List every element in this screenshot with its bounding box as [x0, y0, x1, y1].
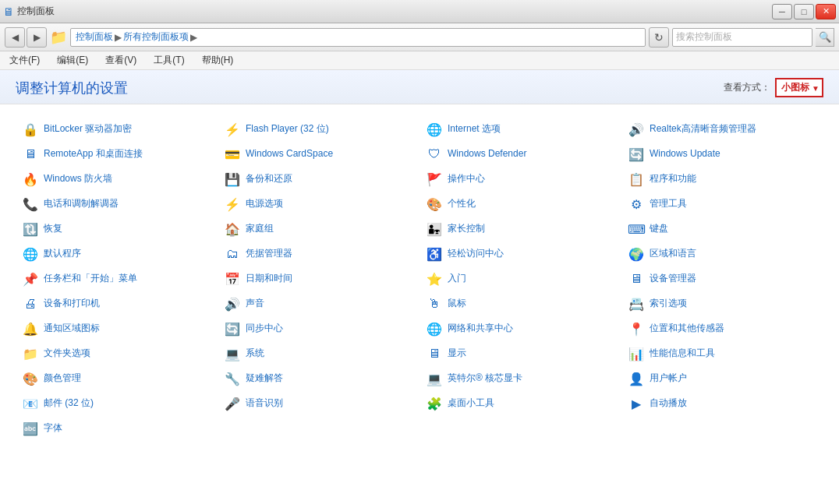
item-icon-indexing: 📇 — [628, 295, 645, 312]
control-item-taskbar[interactable]: 📌任务栏和「开始」菜单 — [16, 266, 218, 291]
menu-item-view[interactable]: 查看(V) — [102, 52, 140, 69]
control-item-system[interactable]: 💻系统 — [218, 341, 420, 366]
item-label-defender: Windows Defender — [448, 148, 526, 160]
control-item-devmgr[interactable]: 🖥设备管理器 — [621, 266, 823, 291]
menu-item-help[interactable]: 帮助(H) — [199, 52, 237, 69]
control-item-intel[interactable]: 💻英特尔® 核芯显卡 — [420, 366, 621, 391]
menubar: 文件(F)编辑(E)查看(V)工具(T)帮助(H) — [0, 51, 839, 70]
item-label-bitlocker: BitLocker 驱动器加密 — [44, 123, 132, 136]
address-bar[interactable]: 控制面板 ▶ 所有控制面板项 ▶ — [70, 28, 646, 47]
item-label-gadgets: 桌面小工具 — [448, 397, 494, 410]
titlebar-controls: ─ □ ✕ — [772, 4, 836, 19]
control-item-power[interactable]: ⚡电源选项 — [218, 192, 420, 217]
control-item-trouble[interactable]: 🔧疑难解答 — [218, 366, 420, 391]
control-item-admin[interactable]: ⚙管理工具 — [621, 192, 823, 217]
control-item-folderopt[interactable]: 📁文件夹选项 — [16, 341, 218, 366]
control-item-speech[interactable]: 🎤语音识别 — [218, 391, 420, 416]
control-item-colorman[interactable]: 🎨颜色管理 — [16, 366, 218, 391]
control-item-winupdate[interactable]: 🔄Windows Update — [621, 142, 823, 167]
control-item-fonts[interactable]: 🔤字体 — [16, 416, 218, 441]
item-label-phone: 电话和调制解调器 — [44, 198, 119, 210]
control-item-phone[interactable]: 📞电话和调制解调器 — [16, 192, 218, 217]
maximize-button[interactable]: □ — [794, 4, 814, 19]
item-icon-mouse: 🖱 — [426, 295, 443, 312]
control-item-cardspace[interactable]: 💳Windows CardSpace — [218, 142, 420, 167]
control-item-credentials[interactable]: 🗂凭据管理器 — [218, 241, 420, 266]
item-icon-homegroup: 🏠 — [224, 220, 241, 238]
menu-item-edit[interactable]: 编辑(E) — [54, 52, 91, 69]
control-item-devices[interactable]: 🖨设备和打印机 — [16, 291, 218, 316]
control-item-firewall[interactable]: 🔥Windows 防火墙 — [16, 167, 218, 192]
menu-item-tools[interactable]: 工具(T) — [150, 52, 187, 69]
item-icon-devices: 🖨 — [22, 295, 39, 312]
control-item-internet[interactable]: 🌐Internet 选项 — [420, 117, 621, 142]
item-label-actioncenter: 操作中心 — [448, 173, 485, 185]
refresh-button[interactable]: ↻ — [649, 27, 669, 48]
control-item-default_prog[interactable]: 🌐默认程序 — [16, 241, 218, 266]
control-item-autoplay[interactable]: ▶自动播放 — [621, 391, 823, 416]
item-label-display: 显示 — [448, 347, 466, 360]
control-item-useraccount[interactable]: 👤用户帐户 — [621, 366, 823, 391]
menu-item-file[interactable]: 文件(F) — [6, 52, 43, 69]
control-item-programs[interactable]: 📋程序和功能 — [621, 167, 823, 192]
forward-button[interactable]: ▶ — [27, 27, 47, 48]
item-icon-ease: ♿ — [426, 245, 443, 263]
control-item-region_lang[interactable]: 🌍区域和语言 — [621, 241, 823, 266]
minimize-button[interactable]: ─ — [772, 4, 792, 19]
address-sep1: ▶ — [115, 32, 122, 43]
item-icon-colorman: 🎨 — [22, 370, 39, 387]
control-item-backup[interactable]: 💾备份和还原 — [218, 167, 420, 192]
item-label-default_prog: 默认程序 — [44, 248, 81, 260]
item-label-devices: 设备和打印机 — [44, 298, 100, 310]
item-label-power: 电源选项 — [246, 198, 283, 210]
control-item-network[interactable]: 🌐网络和共享中心 — [420, 316, 621, 341]
control-item-getstarted[interactable]: ⭐入门 — [420, 266, 621, 291]
item-label-notif: 通知区域图标 — [44, 322, 100, 335]
item-icon-devmgr: 🖥 — [628, 270, 645, 287]
control-item-gadgets[interactable]: 🧩桌面小工具 — [420, 391, 621, 416]
control-item-parental[interactable]: 👨‍👧家长控制 — [420, 217, 621, 241]
view-mode-dropdown[interactable]: 小图标 ▼ — [775, 78, 823, 97]
control-item-flash[interactable]: ⚡Flash Player (32 位) — [218, 117, 420, 142]
search-button[interactable]: 🔍 — [816, 28, 834, 47]
close-button[interactable]: ✕ — [816, 4, 836, 19]
control-item-mouse[interactable]: 🖱鼠标 — [420, 291, 621, 316]
control-item-location[interactable]: 📍位置和其他传感器 — [621, 316, 823, 341]
item-label-autoplay: 自动播放 — [650, 397, 687, 410]
view-mode-value: 小图标 — [781, 82, 809, 93]
view-mode-area: 查看方式： 小图标 ▼ — [724, 78, 823, 97]
item-label-backup: 备份和还原 — [246, 173, 292, 185]
control-item-defender[interactable]: 🛡Windows Defender — [420, 142, 621, 167]
control-item-bitlocker[interactable]: 🔒BitLocker 驱动器加密 — [16, 117, 218, 142]
back-button[interactable]: ◀ — [5, 27, 25, 48]
control-item-perfinfo[interactable]: 📊性能信息和工具 — [621, 341, 823, 366]
navigation-bar: ◀ ▶ 📁 控制面板 ▶ 所有控制面板项 ▶ ↻ 搜索控制面板 🔍 — [0, 23, 839, 51]
address-part1[interactable]: 控制面板 — [76, 30, 113, 44]
control-item-actioncenter[interactable]: 🚩操作中心 — [420, 167, 621, 192]
search-input[interactable]: 搜索控制面板 — [672, 28, 812, 47]
control-item-ease[interactable]: ♿轻松访问中心 — [420, 241, 621, 266]
control-item-personalize[interactable]: 🎨个性化 — [420, 192, 621, 217]
control-item-datetime[interactable]: 📅日期和时间 — [218, 266, 420, 291]
control-item-realtek[interactable]: 🔊Realtek高清晰音频管理器 — [621, 117, 823, 142]
item-icon-folderopt: 📁 — [22, 345, 39, 362]
control-item-mail[interactable]: 📧邮件 (32 位) — [16, 391, 218, 416]
control-item-recovery[interactable]: 🔃恢复 — [16, 217, 218, 241]
item-icon-perfinfo: 📊 — [628, 345, 645, 362]
item-label-fonts: 字体 — [44, 422, 62, 435]
control-item-indexing[interactable]: 📇索引选项 — [621, 291, 823, 316]
item-icon-programs: 📋 — [628, 171, 645, 188]
control-item-sound[interactable]: 🔊声音 — [218, 291, 420, 316]
item-label-datetime: 日期和时间 — [246, 273, 292, 285]
control-item-display[interactable]: 🖥显示 — [420, 341, 621, 366]
page-title: 调整计算机的设置 — [16, 79, 128, 97]
titlebar-path: 控制面板 — [17, 5, 55, 18]
control-item-sync[interactable]: 🔄同步中心 — [218, 316, 420, 341]
control-item-keyboard[interactable]: ⌨键盘 — [621, 217, 823, 241]
address-part2[interactable]: 所有控制面板项 — [123, 30, 189, 44]
control-item-remoteapp[interactable]: 🖥RemoteApp 和桌面连接 — [16, 142, 218, 167]
control-item-notif[interactable]: 🔔通知区域图标 — [16, 316, 218, 341]
item-label-personalize: 个性化 — [448, 198, 476, 210]
item-icon-taskbar: 📌 — [22, 270, 39, 287]
control-item-homegroup[interactable]: 🏠家庭组 — [218, 217, 420, 241]
